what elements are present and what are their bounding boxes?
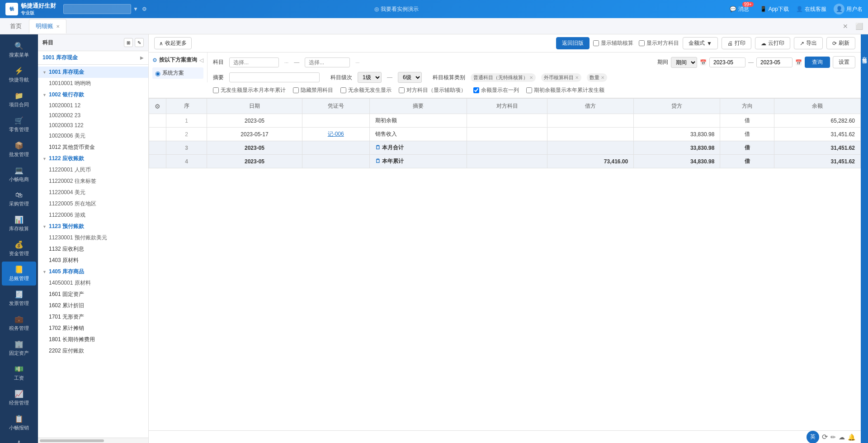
status-refresh-icon[interactable]: ⟳ (822, 433, 828, 441)
tree-item-1122[interactable]: ▼ 1122 应收账款 (38, 153, 148, 164)
cb-no-balance-input[interactable] (213, 87, 219, 93)
tab-home[interactable]: 首页 (4, 19, 28, 33)
date-to-input[interactable] (756, 57, 793, 67)
tag-quantity[interactable]: 数量 ✕ (587, 73, 607, 82)
tree-item-1002[interactable]: ▼ 1002 银行存款 (38, 89, 148, 100)
right-panel-toggle[interactable]: 在线客服 (861, 34, 868, 443)
refresh-btn[interactable]: ⟳ 刷新 (826, 37, 855, 49)
tree-item-11230001[interactable]: 11230001 预付账款美元 (38, 232, 148, 243)
sidebar-item-basic-info[interactable]: ℹ 基础信息 (2, 436, 36, 443)
tree-item-10020003[interactable]: 10020003 122 (38, 120, 148, 130)
app-download-btn[interactable]: 📱 App下载 (760, 5, 789, 13)
tree-item-1601[interactable]: 1601 固定资产 (38, 289, 148, 300)
summary-input[interactable] (229, 72, 320, 82)
tree-item-11220006[interactable]: 11220006 游戏 (38, 210, 148, 221)
status-cloud-icon[interactable]: ☁ (839, 433, 845, 441)
tree-item-11220005[interactable]: 11220005 所在地区 (38, 198, 148, 210)
tree-item-1132[interactable]: 1132 应收利息 (38, 243, 148, 255)
tab-detail[interactable]: 明细账 ✕ (29, 19, 66, 33)
cloud-print-btn[interactable]: ☁ 云打印 (755, 37, 790, 49)
tag-close-quantity[interactable]: ✕ (601, 75, 604, 80)
cb-hide-disabled[interactable]: 隐藏禁用科目 (293, 86, 333, 94)
checkbox-show-opposite[interactable]: 显示对方科目 (639, 39, 679, 47)
tree-scrollbar[interactable] (40, 439, 104, 442)
tag-normal-subject[interactable]: 普通科目（无特殊核算） ✕ (471, 73, 536, 82)
user-profile[interactable]: 👤 用户名 (834, 4, 863, 14)
tree-item-1001[interactable]: ▼ 1001 库存现金 (38, 67, 148, 78)
maximize-btn[interactable]: ⬜ (854, 21, 864, 32)
cb-hide-disabled-input[interactable] (293, 87, 299, 93)
tree-item-1801[interactable]: 1801 长期待摊费用 (38, 334, 148, 345)
status-edit-icon[interactable]: ✏ (830, 433, 836, 441)
sidebar-item-ledger[interactable]: 📒 总账管理 (2, 262, 36, 286)
company-selector[interactable]: ▼ ⚙ (63, 4, 374, 14)
tree-item-11220004[interactable]: 11220004 美元 (38, 187, 148, 198)
sidebar-item-inventory[interactable]: 📊 库存核算 (2, 212, 36, 236)
message-btn[interactable]: 💬 消息 99+ (730, 5, 749, 13)
tree-item-10020002[interactable]: 10020002 23 (38, 110, 148, 120)
subject-from-input[interactable] (229, 57, 279, 67)
tab-close-detail[interactable]: ✕ (56, 24, 60, 29)
tree-item-10020006[interactable]: 10020006 美元 (38, 130, 148, 142)
sidebar-item-ecommerce[interactable]: 💻 小畅电商 (2, 162, 36, 186)
company-input[interactable] (63, 4, 131, 14)
tree-item-1702[interactable]: 1702 累计摊销 (38, 323, 148, 334)
status-bell-icon[interactable]: 🔔 (848, 433, 855, 441)
translate-btn[interactable]: 英 (807, 431, 819, 443)
checkbox-show-aux[interactable]: 显示辅助核算 (593, 39, 633, 47)
online-service-btn[interactable]: 👤 在线客服 (796, 5, 826, 13)
show-aux-checkbox[interactable] (593, 40, 599, 46)
sidebar-item-capital[interactable]: 💰 资金管理 (2, 237, 36, 261)
sidebar-item-search[interactable]: 🔍 搜索菜单 (2, 38, 36, 62)
nav-edit-btn[interactable]: ✎ (135, 38, 144, 47)
level-from-select[interactable]: 1级 (358, 72, 382, 83)
sidebar-item-sales[interactable]: 📋 小畅报销 (2, 411, 36, 435)
cb-no-balance[interactable]: 无发生额显示本月本年累计 (213, 86, 286, 94)
cb-opening-balance[interactable]: 期初余额显示本年累计发生额 (526, 86, 604, 94)
close-window-btn[interactable]: ✕ (840, 21, 851, 32)
col-settings[interactable]: ⚙ (149, 99, 166, 114)
tree-item-14050001[interactable]: 14050001 原材料 (38, 277, 148, 289)
voucher-link[interactable]: 记-006 (328, 131, 344, 137)
print-btn[interactable]: 🖨 打印 (722, 37, 751, 49)
tag-close-foreign[interactable]: ✕ (575, 75, 579, 80)
amount-format-btn[interactable]: 金额式 ▼ (683, 37, 718, 49)
date-from-input[interactable] (709, 57, 745, 67)
system-scheme-item[interactable]: ◉ 系统方案 (152, 67, 203, 79)
tree-item-1403[interactable]: 1403 原材料 (38, 255, 148, 266)
tree-item-1602[interactable]: 1602 累计折旧 (38, 300, 148, 311)
cb-balance-one-col-input[interactable] (473, 87, 479, 93)
filter-settings-btn[interactable]: 设置 (833, 56, 855, 68)
row-2-voucher[interactable]: 记-006 (302, 128, 369, 141)
cb-opening-balance-input[interactable] (526, 87, 532, 93)
cb-no-balance2-input[interactable] (340, 87, 346, 93)
settings-icon[interactable]: ⚙ (142, 6, 147, 12)
tree-item-1701[interactable]: 1701 无形资产 (38, 311, 148, 323)
cb-no-balance2[interactable]: 无余额无发生显示 (340, 86, 392, 94)
sidebar-item-invoice[interactable]: 🧾 发票管理 (2, 286, 36, 310)
return-old-btn[interactable]: 返回旧版 (556, 37, 590, 49)
tree-item-1123[interactable]: ▼ 1123 预付账款 (38, 221, 148, 232)
tree-item-11220002[interactable]: 11220002 往来标签 (38, 176, 148, 187)
period-type-select[interactable]: 期间 (671, 57, 697, 68)
tree-item-11220001[interactable]: 11220001 人民币 (38, 164, 148, 176)
cb-balance-one-col[interactable]: 余额显示在一列 (473, 86, 519, 94)
sidebar-item-tax[interactable]: 💼 税务管理 (2, 311, 36, 335)
cb-opposite[interactable]: 对方科目（显示辅助项） (399, 86, 466, 94)
tree-item-2202[interactable]: 2202 应付账款 (38, 345, 148, 357)
level-to-select[interactable]: 6级 (398, 72, 422, 83)
demo-btn[interactable]: ◎ 我要看实例演示 (374, 5, 419, 13)
tag-close-normal[interactable]: ✕ (529, 75, 533, 80)
cb-opposite-input[interactable] (399, 87, 405, 93)
tree-item-1012[interactable]: 1012 其他货币资金 (38, 142, 148, 153)
nav-grid-btn[interactable]: ⊞ (124, 38, 133, 47)
tree-item-1405[interactable]: ▼ 1405 库存商品 (38, 266, 148, 277)
sidebar-item-project[interactable]: 📁 项目合同 (2, 88, 36, 112)
sidebar-item-quick-nav[interactable]: ⚡ 快捷导航 (2, 63, 36, 87)
sidebar-item-fixed-assets[interactable]: 🏢 固定资产 (2, 336, 36, 360)
export-btn[interactable]: ↗ 导出 (794, 37, 823, 49)
col-gear-icon[interactable]: ⚙ (155, 103, 160, 110)
sidebar-item-wholesale[interactable]: 📦 批发管理 (2, 138, 36, 162)
subject-to-input[interactable] (305, 57, 350, 67)
query-btn[interactable]: 查询 (805, 57, 830, 68)
